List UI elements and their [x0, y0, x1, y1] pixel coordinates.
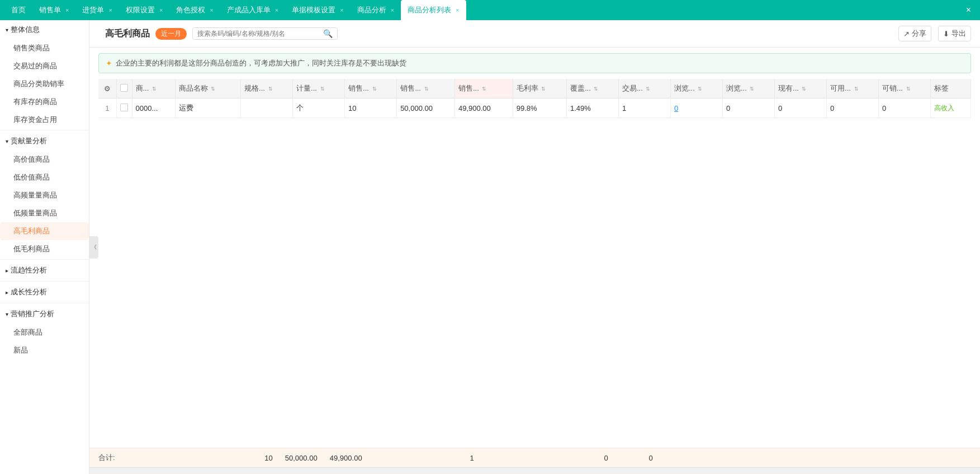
col-trade[interactable]: 交易... ⇅ [618, 79, 670, 98]
row-select-checkbox[interactable] [120, 104, 128, 111]
col-name[interactable]: 商品名称 ⇅ [175, 79, 240, 98]
footer-sales-qty: 10 [231, 454, 276, 462]
col-sales-cost[interactable]: 销售... ⇅ [455, 79, 513, 98]
close-icon[interactable]: × [456, 0, 459, 20]
close-icon[interactable]: × [275, 0, 278, 20]
sidebar-item-high-freq[interactable]: 高频量量商品 [0, 186, 89, 204]
sort-icon: ⇅ [646, 86, 650, 92]
sidebar-collapse-button[interactable]: 《 [89, 236, 98, 259]
sidebar-group-contribution[interactable]: ▾ 贡献量分析 [0, 132, 89, 151]
nav-template-settings[interactable]: 单据模板设置 × [285, 0, 350, 20]
row-name: 运费 [175, 98, 240, 118]
sort-icon: ⇅ [320, 86, 325, 92]
sidebar-item-traded-goods[interactable]: 交易过的商品 [0, 57, 89, 75]
search-input[interactable] [197, 30, 323, 37]
sort-icon: ⇅ [424, 86, 429, 92]
warning-icon: ✦ [106, 59, 112, 68]
nav-permission-settings[interactable]: 权限设置 × [119, 0, 169, 20]
sort-icon: ⇅ [482, 86, 486, 92]
col-gross-margin[interactable]: 毛利率 ⇅ [513, 79, 566, 98]
settings-icon[interactable]: ⚙ [104, 85, 111, 93]
sidebar-item-stock-capital[interactable]: 库存资金占用 [0, 111, 89, 129]
content-area: 《 高毛利商品 近一月 🔍 ↗ 分享 ⬇ 导出 ✦ 企 [89, 20, 980, 474]
col-browse2[interactable]: 浏览... ⇅ [723, 79, 775, 98]
col-code[interactable]: 商... ⇅ [132, 79, 175, 98]
sidebar-divider [0, 281, 89, 281]
row-code: 0000... [132, 98, 175, 118]
sidebar-item-stocked-goods[interactable]: 有库存的商品 [0, 93, 89, 111]
sidebar-item-sales-goods[interactable]: 销售类商品 [0, 39, 89, 57]
sort-icon: ⇅ [906, 86, 911, 92]
col-available-stock[interactable]: 可用... ⇅ [827, 79, 879, 98]
arrow-down-icon: ▾ [6, 27, 8, 33]
col-settings[interactable]: ⚙ [98, 79, 116, 98]
nav-home[interactable]: 首页 [4, 0, 32, 20]
window-close-button[interactable]: × [962, 5, 976, 15]
row-sales-amt: 50,000.00 [397, 98, 455, 118]
filter-last-month-button[interactable]: 近一月 [155, 28, 187, 40]
sidebar-item-low-value[interactable]: 低价值商品 [0, 168, 89, 186]
arrow-right-icon: ▸ [6, 289, 8, 295]
sidebar-group-growth[interactable]: ▸ 成长性分析 [0, 283, 89, 302]
page-title: 高毛利商品 [105, 28, 150, 40]
nav-sales-order[interactable]: 销售单 × [32, 0, 75, 20]
search-icon[interactable]: 🔍 [323, 29, 333, 38]
col-saleable-stock[interactable]: 可销... ⇅ [879, 79, 931, 98]
sidebar-item-high-margin[interactable]: 高毛利商品 [0, 222, 89, 240]
col-tag[interactable]: 标签 [931, 79, 971, 98]
col-current-stock[interactable]: 现有... ⇅ [775, 79, 827, 98]
footer-current-stock: 0 [567, 454, 612, 462]
col-sales-qty[interactable]: 销售... ⇅ [345, 79, 397, 98]
arrow-down-icon: ▾ [6, 311, 8, 317]
sort-icon: ⇅ [268, 86, 273, 92]
arrow-right-icon: ▸ [6, 267, 8, 274]
nav-role-auth[interactable]: 角色授权 × [169, 0, 220, 20]
row-unit: 个 [293, 98, 345, 118]
close-icon[interactable]: × [65, 0, 69, 20]
nav-product-analysis-list[interactable]: 商品分析列表 × [401, 0, 466, 20]
sidebar-item-low-margin[interactable]: 低毛利商品 [0, 240, 89, 258]
share-button[interactable]: ↗ 分享 [898, 26, 931, 41]
row-sales-cost: 49,900.00 [455, 98, 513, 118]
row-browse1[interactable]: 0 [670, 98, 722, 118]
close-icon[interactable]: × [159, 0, 163, 20]
sidebar-divider [0, 303, 89, 303]
sort-icon: ⇅ [698, 86, 702, 92]
sidebar-item-high-value[interactable]: 高价值商品 [0, 151, 89, 168]
close-icon[interactable]: × [391, 0, 394, 20]
sidebar-divider [0, 130, 89, 130]
sidebar-group-trend[interactable]: ▸ 流趋性分析 [0, 261, 89, 280]
col-checkbox [116, 79, 132, 98]
sidebar-item-category-rate[interactable]: 商品分类助销率 [0, 75, 89, 93]
col-coverage[interactable]: 覆盖... ⇅ [566, 79, 618, 98]
row-checkbox[interactable] [116, 98, 132, 118]
nav-product-analysis[interactable]: 商品分析 × [351, 0, 401, 20]
sidebar-item-new-goods[interactable]: 新品 [0, 341, 89, 359]
close-icon[interactable]: × [108, 0, 112, 20]
horizontal-scrollbar[interactable] [89, 467, 980, 474]
nav-purchase-order[interactable]: 进货单 × [75, 0, 119, 20]
sidebar-group-marketing[interactable]: ▾ 营销推广分析 [0, 304, 89, 323]
col-browse1[interactable]: 浏览... ⇅ [670, 79, 722, 98]
nav-product-inbound[interactable]: 产成品入库单 × [220, 0, 285, 20]
sidebar-item-all-goods[interactable]: 全部商品 [0, 323, 89, 341]
footer-sales-amt: 50,000.00 [276, 454, 321, 462]
export-button[interactable]: ⬇ 导出 [938, 26, 971, 41]
row-current-stock: 0 [775, 98, 827, 118]
col-spec[interactable]: 规格... ⇅ [241, 79, 293, 98]
sidebar-item-low-freq[interactable]: 低频量量商品 [0, 204, 89, 222]
row-spec [241, 98, 293, 118]
select-all-checkbox[interactable] [120, 84, 128, 92]
footer-label: 合计: [98, 453, 115, 463]
col-sales-amt[interactable]: 销售... ⇅ [397, 79, 455, 98]
close-icon[interactable]: × [340, 0, 343, 20]
col-unit[interactable]: 计量... ⇅ [293, 79, 345, 98]
header-actions: ↗ 分享 ⬇ 导出 [898, 26, 971, 41]
footer-trade: 1 [433, 454, 477, 462]
sidebar-group-overall[interactable]: ▾ 整体信息 [0, 20, 89, 39]
close-icon[interactable]: × [210, 0, 213, 20]
sort-icon: ⇅ [802, 86, 806, 92]
row-number: 1 [98, 98, 116, 118]
sidebar: ▾ 整体信息 销售类商品 交易过的商品 商品分类助销率 有库存的商品 库存资金占… [0, 20, 89, 474]
top-navigation: 首页 销售单 × 进货单 × 权限设置 × 角色授权 × 产成品入库单 × 单据… [0, 0, 980, 20]
